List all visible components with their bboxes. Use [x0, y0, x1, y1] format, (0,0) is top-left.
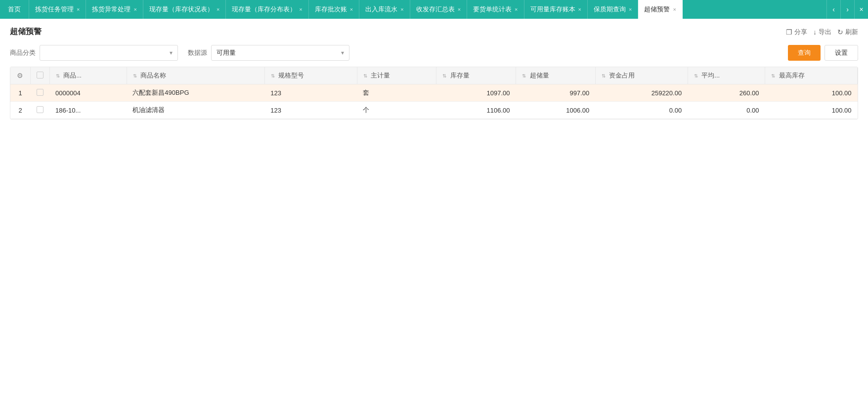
sort-icon-overstock: ⇅: [522, 73, 526, 79]
close-tab-11[interactable]: ×: [673, 6, 676, 12]
share-icon: ❐: [786, 28, 792, 36]
row-1-product-code: 0000004: [49, 84, 127, 102]
col-header-capital[interactable]: ⇅ 资金占用: [595, 67, 688, 84]
sort-icon-spec: ⇅: [271, 73, 275, 79]
close-tab-2[interactable]: ×: [133, 6, 136, 12]
page-header: 超储预警 ❐ 分享 ↓ 导出 ↻ 刷新: [10, 27, 858, 37]
row-1-capital: 259220.00: [595, 84, 688, 102]
close-tab-4[interactable]: ×: [299, 6, 302, 12]
header-actions: ❐ 分享 ↓ 导出 ↻ 刷新: [786, 28, 858, 37]
col-header-product-code[interactable]: ⇅ 商品...: [49, 67, 127, 84]
datasource-select-value: 可用量: [217, 48, 236, 57]
sort-icon-code: ⇅: [56, 73, 60, 79]
share-button[interactable]: ❐ 分享: [786, 28, 807, 37]
page-content: 超储预警 ❐ 分享 ↓ 导出 ↻ 刷新 商品分类 ▾ 数据源: [0, 19, 868, 395]
top-navigation: 首页 拣货任务管理 × 拣货异常处理 × 现存量（库存状况表） × 现存量（库存…: [0, 0, 868, 19]
row-2-unit: 个: [357, 102, 436, 119]
sort-icon-stock: ⇅: [442, 73, 446, 79]
sort-icon-capital: ⇅: [602, 73, 606, 79]
chevron-down-icon: ▾: [170, 49, 173, 56]
row-index-1: 1: [10, 84, 30, 102]
tab-task-management[interactable]: 拣货任务管理 ×: [29, 0, 86, 19]
col-header-max-stock[interactable]: ⇅ 最高库存: [765, 67, 858, 84]
nav-arrow-right[interactable]: ›: [840, 0, 854, 19]
tab-inout-flow[interactable]: 出入库流水 ×: [359, 0, 410, 19]
nav-arrow-close[interactable]: ×: [854, 0, 868, 19]
export-icon: ↓: [813, 28, 817, 36]
tab-shelf-life[interactable]: 保质期查询 ×: [588, 0, 638, 19]
category-label: 商品分类: [10, 48, 36, 57]
row-1-checkbox[interactable]: [37, 89, 43, 96]
query-button[interactable]: 查询: [788, 45, 821, 61]
row-checkbox-1[interactable]: [30, 84, 49, 102]
col-header-stock[interactable]: ⇅ 库存量: [436, 67, 516, 84]
row-2-max-stock: 100.00: [765, 102, 858, 119]
refresh-icon: ↻: [837, 28, 843, 36]
row-2-product-name: 机油滤清器: [127, 102, 264, 119]
sort-icon-max: ⇅: [771, 73, 775, 79]
tab-inventory-distribution[interactable]: 现存量（库存分布表） ×: [226, 0, 308, 19]
tab-overstock-warning[interactable]: 超储预警 ×: [638, 0, 682, 19]
nav-arrows: ‹ › ×: [826, 0, 868, 19]
col-header-checkbox: [30, 67, 49, 84]
table-header: ⚙ ⇅ 商品... ⇅ 商品名称 ⇅ 规格型号: [10, 67, 858, 84]
table-row: 2 186-10... 机油滤清器 123 个 1106.00 1006.00 …: [10, 102, 858, 119]
sort-icon-avg: ⇅: [694, 73, 698, 79]
row-1-product-name: 六配套新昌490BPG: [127, 84, 264, 102]
col-header-overstock[interactable]: ⇅ 超储量: [516, 67, 596, 84]
row-1-stock: 1097.00: [436, 84, 516, 102]
nav-arrow-left[interactable]: ‹: [826, 0, 840, 19]
filter-actions: 查询 设置: [788, 45, 858, 61]
sort-icon-unit: ⇅: [363, 73, 367, 79]
refresh-button[interactable]: ↻ 刷新: [837, 28, 858, 37]
table-row: 1 0000004 六配套新昌490BPG 123 套 1097.00 997.…: [10, 84, 858, 102]
table-body: 1 0000004 六配套新昌490BPG 123 套 1097.00 997.…: [10, 84, 858, 119]
row-index-2: 2: [10, 102, 30, 119]
tab-demand-stats[interactable]: 要货单统计表 ×: [467, 0, 524, 19]
nav-home[interactable]: 首页: [0, 0, 29, 19]
row-1-overstock: 997.00: [516, 84, 596, 102]
settings-gear-icon[interactable]: ⚙: [17, 72, 23, 79]
tab-summary-table[interactable]: 收发存汇总表 ×: [410, 0, 467, 19]
row-2-checkbox[interactable]: [37, 106, 43, 113]
filter-datasource: 数据源 可用量 ▾: [188, 45, 349, 61]
export-button[interactable]: ↓ 导出: [813, 28, 831, 37]
settings-button[interactable]: 设置: [825, 45, 858, 61]
col-header-unit[interactable]: ⇅ 主计量: [357, 67, 436, 84]
tab-inventory-status[interactable]: 现存量（库存状况表） ×: [143, 0, 226, 19]
close-tab-6[interactable]: ×: [400, 6, 403, 12]
row-2-avg: 0.00: [688, 102, 765, 119]
tab-available-account[interactable]: 可用量库存账本 ×: [524, 0, 588, 19]
datasource-select[interactable]: 可用量 ▾: [211, 45, 349, 61]
close-tab-1[interactable]: ×: [77, 6, 80, 12]
row-checkbox-2[interactable]: [30, 102, 49, 119]
filter-row-1: 商品分类 ▾ 数据源 可用量 ▾ 查询 设置: [10, 45, 858, 61]
close-tab-7[interactable]: ×: [458, 6, 461, 12]
tab-batch-account[interactable]: 库存批次账 ×: [309, 0, 359, 19]
category-select[interactable]: ▾: [40, 45, 178, 61]
close-tab-9[interactable]: ×: [578, 6, 581, 12]
row-2-stock: 1106.00: [436, 102, 516, 119]
close-tab-8[interactable]: ×: [515, 6, 518, 12]
sort-icon-name: ⇅: [133, 73, 137, 79]
close-tab-5[interactable]: ×: [350, 6, 353, 12]
close-tab-10[interactable]: ×: [629, 6, 632, 12]
row-2-product-code: 186-10...: [49, 102, 127, 119]
row-2-spec: 123: [264, 102, 357, 119]
chevron-down-icon-2: ▾: [341, 49, 344, 56]
row-2-overstock: 1006.00: [516, 102, 596, 119]
row-1-unit: 套: [357, 84, 436, 102]
tab-abnormal-processing[interactable]: 拣货异常处理 ×: [86, 0, 143, 19]
col-header-product-name[interactable]: ⇅ 商品名称: [127, 67, 264, 84]
datasource-label: 数据源: [188, 48, 207, 57]
row-1-spec: 123: [264, 84, 357, 102]
col-header-settings: ⚙: [10, 67, 30, 84]
header-checkbox[interactable]: [37, 72, 43, 79]
row-1-max-stock: 100.00: [765, 84, 858, 102]
data-table-wrapper: ⚙ ⇅ 商品... ⇅ 商品名称 ⇅ 规格型号: [10, 67, 858, 119]
close-tab-3[interactable]: ×: [217, 6, 219, 12]
col-header-avg[interactable]: ⇅ 平均...: [688, 67, 765, 84]
row-1-avg: 260.00: [688, 84, 765, 102]
page-title: 超储预警: [10, 27, 42, 37]
col-header-spec[interactable]: ⇅ 规格型号: [264, 67, 357, 84]
